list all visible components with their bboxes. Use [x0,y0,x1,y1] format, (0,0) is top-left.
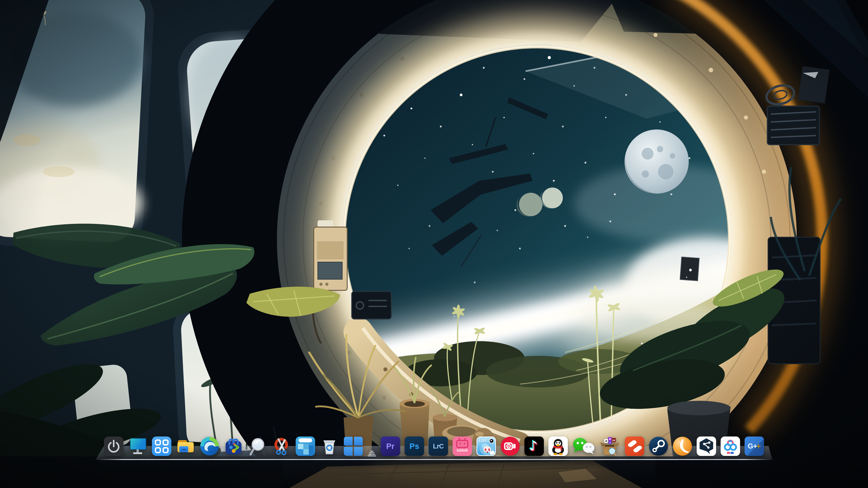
screenshot-scissors-icon [271,436,291,456]
windows-icon [344,437,363,456]
dock-item-recycle-bin[interactable] [319,436,340,456]
qq-penguin-icon [548,436,568,456]
lightroom-classic-icon: LrC [429,436,448,456]
lightroom-label: LrC [433,443,444,450]
power-glyph-icon [103,436,124,456]
dock-item-lightroom[interactable]: LrC [428,436,448,456]
photoshop-label: Ps [410,442,419,451]
dock-item-douyin[interactable]: ♪ ♪ ♪ [524,436,544,456]
dock-item-notes[interactable] [295,436,315,456]
recycle-bin-icon [319,436,340,456]
dock-item-wechat[interactable] [572,436,595,456]
live-play-icon [489,438,494,443]
screen-recorder-icon [500,436,520,456]
dock-item-edge[interactable] [199,436,220,456]
orange-sphere-icon [672,436,692,456]
live-label: LIVE [479,438,487,443]
dock-item-app-store[interactable] [223,436,244,456]
dock-item-red-utility[interactable] [624,436,645,456]
premiere-icon: Pr [381,436,400,456]
magnifier-icon [247,436,268,456]
g-plus-plus-icon: G++ [745,436,764,456]
dock-item-bilibili[interactable]: bilibili [452,436,472,456]
dock-shelf-shadow [98,460,770,469]
dock-item-file-explorer[interactable] [176,436,196,456]
dock-separator[interactable] [367,450,377,456]
baidu-netdisk-icon [720,436,741,456]
dock-item-qq[interactable] [548,436,568,456]
bilibili-live-icon: LIVE [476,436,496,456]
dock-item-windows-start[interactable] [343,436,364,456]
dock-item-baidu-netdisk[interactable] [720,436,741,456]
share-hexagon-icon [696,436,717,456]
dock-item-share-app[interactable] [696,436,717,456]
dock-item-orange-game[interactable] [672,436,692,456]
red-swoosh-icon [625,436,644,456]
dock: Pr Ps LrC bilibili LIVE [103,436,765,456]
notes-tiles-icon [296,436,315,456]
dock-item-photoshop[interactable]: Ps [404,436,425,456]
gpp-label: G+ [748,442,757,450]
wechat-icon [572,436,595,456]
launchpad-icon [152,436,171,456]
dock-item-steam[interactable] [648,436,669,456]
photoshop-icon: Ps [405,436,424,456]
douyin-icon: ♪ ♪ ♪ [524,436,544,456]
steam-icon [648,436,669,456]
edge-icon [199,436,220,456]
dock-item-bilibili-live[interactable]: LIVE [476,436,496,456]
bilibili-icon: bilibili [453,436,472,456]
dock-item-show-desktop[interactable] [127,436,148,456]
premiere-label: Pr [386,442,395,451]
toolbox-icon: 64 [599,436,621,456]
app-store-bag-icon [223,436,244,456]
dock-item-toolbox[interactable]: 64 [599,436,621,456]
dock-item-screen-recorder[interactable] [500,436,520,456]
desktop: Pr Ps LrC bilibili LIVE [0,0,868,488]
toolbox-badge: 64 [612,439,615,442]
bilibili-wordmark: bilibili [453,448,472,453]
dock-item-premiere[interactable]: Pr [380,436,401,456]
dock-item-magnifier[interactable] [247,436,268,456]
dock-item-g-plus-plus[interactable]: G++ [744,436,765,456]
dock-item-power[interactable] [103,436,124,456]
dock-item-screenshot[interactable] [271,436,291,456]
wallpaper-space-station [0,0,868,488]
dock-item-launchpad[interactable] [151,436,172,456]
